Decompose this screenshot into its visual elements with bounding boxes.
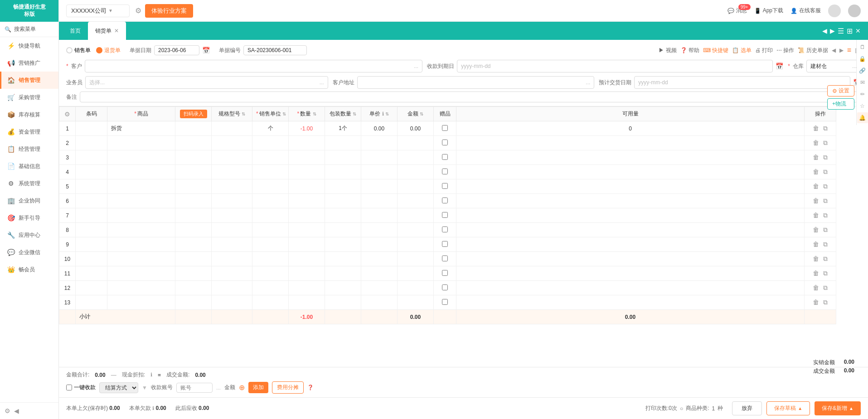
cell-unit[interactable] — [252, 165, 289, 179]
sidebar-item-enterprise[interactable]: 🏢 企业协同 — [0, 192, 58, 209]
cell-qty[interactable]: -1.00 — [289, 121, 325, 136]
customer-addr-input[interactable]: ... — [357, 76, 595, 89]
cell-amount[interactable] — [398, 237, 434, 252]
cell-unit[interactable] — [252, 208, 289, 223]
cell-pkgqty[interactable] — [325, 223, 361, 237]
discard-button[interactable]: 放弃 — [732, 401, 762, 415]
cell-amount[interactable] — [398, 136, 434, 150]
th-pkgqty[interactable]: 包装数量 ⇅ — [325, 107, 361, 121]
cell-price[interactable] — [361, 179, 398, 194]
cell-qty[interactable] — [289, 165, 325, 179]
cell-gift[interactable] — [434, 136, 456, 150]
cell-amount[interactable] — [398, 223, 434, 237]
delete-icon[interactable]: 🗑 — [813, 270, 819, 277]
layout-icon1[interactable]: ≡ — [847, 46, 851, 54]
cell-product[interactable] — [107, 252, 175, 266]
due-date-input[interactable]: yyyy-mm-dd — [457, 60, 773, 72]
nav-next-icon[interactable]: ▶ — [839, 47, 844, 53]
cell-pkgqty[interactable]: 1个 — [325, 121, 361, 136]
cell-barcode[interactable] — [76, 252, 107, 266]
expected-date-input[interactable]: yyyy-mm-dd — [634, 76, 850, 89]
method-select[interactable]: 结算方式 — [99, 382, 138, 393]
sidebar-item-finance[interactable]: 💰 资金管理 — [0, 123, 58, 140]
delete-icon[interactable]: 🗑 — [813, 255, 819, 262]
cell-gift[interactable] — [434, 179, 456, 194]
gift-checkbox[interactable] — [442, 241, 448, 247]
cell-qty[interactable] — [289, 136, 325, 150]
copy-icon[interactable]: ⧉ — [823, 226, 828, 233]
cell-spec[interactable] — [212, 223, 252, 237]
tab-close-icon[interactable]: ✕ — [114, 28, 119, 34]
rp-alert-btn[interactable]: 🔔 — [857, 112, 868, 123]
cell-amount[interactable] — [398, 165, 434, 179]
scan-btn[interactable]: 扫码录入 — [180, 110, 207, 118]
cell-unit[interactable]: 个 — [252, 121, 289, 136]
cell-price[interactable]: 0.00 — [361, 121, 398, 136]
cell-qty[interactable] — [289, 295, 325, 310]
cell-unit[interactable] — [252, 136, 289, 150]
delete-icon[interactable]: 🗑 — [813, 154, 819, 161]
gift-checkbox[interactable] — [442, 140, 448, 145]
cell-qty[interactable] — [289, 281, 325, 295]
note-input[interactable] — [80, 92, 861, 102]
select-btn[interactable]: 📋 选单 — [732, 47, 751, 54]
cell-gift[interactable] — [434, 266, 456, 281]
cell-unit[interactable] — [252, 252, 289, 266]
print-btn[interactable]: 🖨 打印 — [755, 47, 773, 54]
cell-product[interactable] — [107, 194, 175, 208]
th-scan[interactable]: 扫码录入 — [175, 107, 212, 121]
cell-unit[interactable] — [252, 266, 289, 281]
user-avatar2[interactable] — [848, 5, 861, 17]
cell-qty[interactable] — [289, 179, 325, 194]
cell-unit[interactable] — [252, 150, 289, 165]
gift-checkbox[interactable] — [442, 125, 448, 131]
app-download-button[interactable]: 📱 App下载 — [754, 7, 783, 14]
cell-gift[interactable] — [434, 208, 456, 223]
cell-gift[interactable] — [434, 281, 456, 295]
cell-barcode[interactable] — [76, 266, 107, 281]
cell-product[interactable] — [107, 266, 175, 281]
logistics-button[interactable]: +物流 — [827, 98, 854, 110]
rp-star-btn[interactable]: ☆ — [857, 101, 868, 111]
rp-message-btn[interactable]: ✉ — [857, 77, 868, 88]
video-btn[interactable]: ▶ 视频 — [659, 47, 676, 54]
trial-button[interactable]: 体验行业方案 — [145, 4, 193, 18]
shortcut-btn[interactable]: ⌨ 快捷键 — [703, 47, 728, 54]
radio-return[interactable]: 退货单 — [96, 47, 121, 54]
gift-checkbox[interactable] — [442, 270, 448, 276]
cell-pkgqty[interactable] — [325, 281, 361, 295]
add-icon[interactable]: ⊕ — [239, 383, 245, 392]
delete-icon[interactable]: 🗑 — [813, 226, 819, 233]
due-date-calendar-icon[interactable]: 📅 — [776, 63, 783, 70]
sidebar-item-system[interactable]: ⚙ 系统管理 — [0, 175, 58, 192]
cell-barcode[interactable] — [76, 208, 107, 223]
cell-amount[interactable] — [398, 281, 434, 295]
user-avatar[interactable] — [828, 5, 841, 17]
add-button[interactable]: 添加 — [248, 382, 268, 393]
delete-icon[interactable]: 🗑 — [813, 212, 819, 219]
gift-checkbox[interactable] — [442, 197, 448, 203]
cell-product[interactable] — [107, 208, 175, 223]
cell-qty[interactable] — [289, 194, 325, 208]
cell-qty[interactable] — [289, 208, 325, 223]
delete-icon[interactable]: 🗑 — [813, 299, 819, 306]
cell-unit[interactable] — [252, 223, 289, 237]
expense-info-icon[interactable]: ❓ — [307, 385, 314, 390]
history-btn[interactable]: 📜 历史单据 — [798, 47, 828, 54]
copy-icon[interactable]: ⧉ — [823, 284, 828, 291]
tab-home[interactable]: 首页 — [63, 22, 88, 40]
warehouse-input[interactable]: 建材仓 ... — [806, 60, 861, 72]
save-new-button[interactable]: 保存&新增 ▲ — [815, 401, 861, 415]
rp-link-btn[interactable]: 🔗 — [857, 65, 868, 76]
cell-gift[interactable] — [434, 150, 456, 165]
cell-barcode[interactable] — [76, 237, 107, 252]
cell-pkgqty[interactable] — [325, 179, 361, 194]
debt-info-icon[interactable]: ℹ — [152, 405, 154, 411]
delete-icon[interactable]: 🗑 — [813, 284, 819, 291]
cell-amount[interactable] — [398, 266, 434, 281]
gift-checkbox[interactable] — [442, 212, 448, 218]
sidebar-item-wechat[interactable]: 💬 企业微信 — [0, 244, 58, 261]
tab-nav-prev-icon[interactable]: ◀ — [822, 27, 827, 34]
settings-icon[interactable]: ⚙ — [5, 407, 10, 414]
account-input[interactable] — [176, 383, 213, 393]
